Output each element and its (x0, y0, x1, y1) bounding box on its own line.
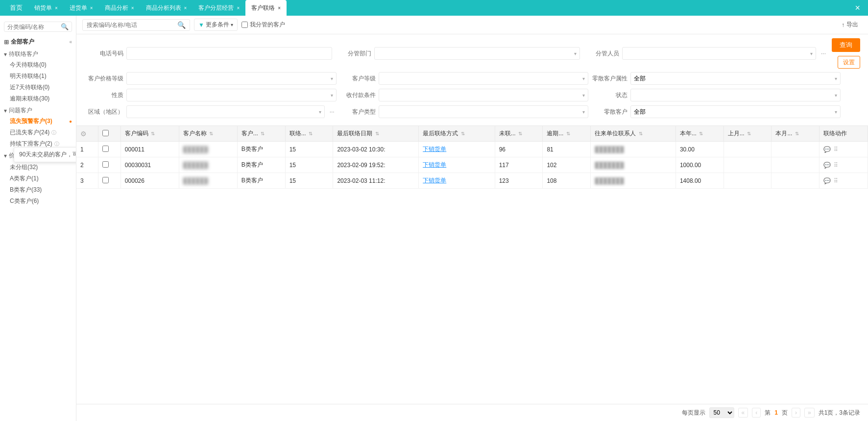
sidebar-item-overdue[interactable]: 逾期未联络(30) (0, 93, 76, 104)
last-page-button[interactable]: » (804, 408, 815, 418)
last-method-link[interactable]: 下销货单 (423, 146, 446, 152)
action-chat-icon[interactable]: 💬 (823, 177, 831, 184)
gear-icon[interactable]: ⚙ (80, 130, 87, 138)
tab-purchase[interactable]: 进货单 × (64, 0, 99, 16)
col-no-contact[interactable]: 未联... ⇅ (495, 126, 543, 142)
row-last-method[interactable]: 下销货单 (419, 173, 495, 189)
tab-analysis-list[interactable]: 商品分析列表 × (140, 0, 193, 16)
sidebar-all-customers[interactable]: ⊞ 全部客户 « (0, 36, 76, 48)
close-customer-tier-tab[interactable]: × (237, 5, 240, 11)
tab-analysis[interactable]: 商品分析 × (99, 0, 140, 16)
sidebar-item-unsorted[interactable]: 未分组(32) (0, 162, 76, 173)
search-input[interactable] (87, 22, 175, 28)
customer-type-select[interactable]: ▾ (379, 105, 589, 118)
action-more-icon[interactable]: ⠿ (834, 146, 838, 153)
col-last-month[interactable]: 上月... ⇅ (723, 126, 772, 142)
col-overdue[interactable]: 逾期... ⇅ (543, 126, 591, 142)
close-sales-tab[interactable]: × (55, 5, 58, 11)
col-name[interactable]: 客户名称 ⇅ (179, 126, 237, 142)
row-contact: 15 (285, 157, 333, 173)
person-more[interactable]: ··· (819, 50, 828, 57)
filter-row-3: 性质 ▾ 收付款条件 ▾ 状态 (84, 88, 860, 102)
customer-table: ⚙ 客户编码 ⇅ 客户名称 ⇅ 客户... ⇅ (76, 126, 868, 189)
col-last-method[interactable]: 最后联络方式 ⇅ (419, 126, 495, 142)
col-type[interactable]: 客户... ⇅ (237, 126, 285, 142)
row-last-method[interactable]: 下销货单 (419, 157, 495, 173)
sidebar-section-churn[interactable]: ▾ 问题客户 (0, 104, 76, 116)
more-conditions-button[interactable]: ▼ 更多条件 ▾ (194, 19, 238, 31)
sidebar-section-pending[interactable]: ▾ 待联络客户 (0, 48, 76, 59)
col-this-year[interactable]: 本年... ⇅ (675, 126, 723, 142)
search-button[interactable]: 🔍 (177, 21, 186, 29)
phone-label: 电话号码 (84, 50, 123, 58)
my-customers-checkbox[interactable] (241, 22, 248, 28)
col-contact[interactable]: 联络... ⇅ (285, 126, 333, 142)
close-analysis-tab[interactable]: × (131, 5, 134, 11)
status-select[interactable]: ▾ (630, 89, 841, 101)
person-select[interactable]: ▾ (622, 47, 816, 60)
col-code[interactable]: 客户编码 ⇅ (121, 126, 179, 142)
action-more-icon[interactable]: ⠿ (834, 162, 838, 169)
retail-attr-select[interactable]: 全部 ▾ (630, 72, 841, 85)
export-button[interactable]: ↑ 导出 (838, 19, 862, 30)
sidebar-search-input[interactable] (7, 24, 61, 30)
last-method-link[interactable]: 下销货单 (423, 177, 446, 184)
col-last-date[interactable]: 最后联络日期 ⇅ (333, 126, 419, 142)
row-code: 000026 (121, 173, 179, 189)
no-contact-sort-icon: ⇅ (518, 131, 522, 136)
tab-home[interactable]: 首页 (4, 3, 28, 12)
tab-sales[interactable]: 销货单 × (28, 0, 64, 16)
col-gear[interactable]: ⚙ (76, 126, 98, 142)
row-last-method[interactable]: 下销货单 (419, 142, 495, 157)
sidebar-item-churn-lost[interactable]: 已流失客户(24) ⓘ (0, 127, 76, 138)
filter-person: 分管人员 ▾ ··· (580, 47, 828, 60)
region-select[interactable]: ▾ (126, 105, 325, 118)
tab-customer-tier[interactable]: 客户分层经营 × (193, 0, 245, 16)
sidebar-item-class-c[interactable]: C类客户(6) (0, 196, 76, 207)
action-chat-icon[interactable]: 💬 (823, 146, 831, 153)
close-purchase-tab[interactable]: × (90, 5, 93, 11)
action-chat-icon[interactable]: 💬 (823, 162, 831, 169)
next-page-button[interactable]: › (792, 408, 800, 418)
tab-customer-contact[interactable]: 客户联络 × (245, 0, 287, 16)
dept-select[interactable]: ▾ (374, 47, 580, 60)
row-no-contact: 96 (495, 142, 543, 157)
sidebar-item-today[interactable]: 今天待联络(0) (0, 59, 76, 71)
sidebar-search-wrap: 🔍 (4, 22, 72, 32)
per-page-select[interactable]: 50 100 (709, 407, 734, 418)
payment-select[interactable]: ▾ (379, 89, 589, 101)
row-index: 3 (76, 173, 98, 189)
settings-button[interactable]: 设置 (838, 56, 860, 69)
collapse-icon: « (69, 39, 72, 45)
row-checkbox[interactable] (98, 142, 121, 157)
content-area: 🔍 ▼ 更多条件 ▾ 我分管的客户 ↑ 导出 电话号码 (76, 16, 868, 421)
row-checkbox[interactable] (98, 173, 121, 189)
col-this-month[interactable]: 本月... ⇅ (772, 126, 820, 142)
close-customer-contact-tab[interactable]: × (278, 5, 281, 11)
customer-level-select[interactable]: ▾ (379, 72, 589, 85)
window-close-button[interactable]: × (851, 3, 864, 13)
price-level-select[interactable]: ▾ (126, 72, 337, 85)
sidebar-item-class-a[interactable]: A类客户(1) (0, 173, 76, 184)
query-button[interactable]: 查询 (832, 38, 860, 52)
col-unit-contact[interactable]: 往来单位联系人 ⇅ (591, 126, 676, 142)
select-all-checkbox[interactable] (102, 130, 109, 136)
my-customers-checkbox-wrap[interactable]: 我分管的客户 (241, 21, 285, 29)
prev-page-button[interactable]: ‹ (752, 408, 761, 418)
first-page-button[interactable]: « (738, 408, 748, 418)
close-analysis-list-tab[interactable]: × (184, 5, 187, 11)
sidebar-item-churn-warning[interactable]: 流失预警客户(3) ● (0, 116, 76, 127)
retail-customer-select[interactable]: 全部 ▾ (630, 105, 841, 118)
region-more[interactable]: ··· (328, 108, 337, 115)
sidebar-item-week[interactable]: 近7天待联络(0) (0, 82, 76, 93)
action-more-icon[interactable]: ⠿ (834, 177, 838, 184)
phone-input[interactable] (126, 47, 332, 60)
sidebar-item-tomorrow[interactable]: 明天待联络(1) (0, 71, 76, 82)
row-checkbox[interactable] (98, 157, 121, 173)
tmonth-sort-icon: ⇅ (795, 131, 799, 136)
last-method-link[interactable]: 下销货单 (423, 161, 446, 168)
nature-select[interactable]: ▾ (126, 89, 337, 101)
row-last-month (723, 142, 772, 157)
sidebar-item-class-b[interactable]: B类客户(33) (0, 184, 76, 196)
of-label: 页 (782, 409, 788, 417)
